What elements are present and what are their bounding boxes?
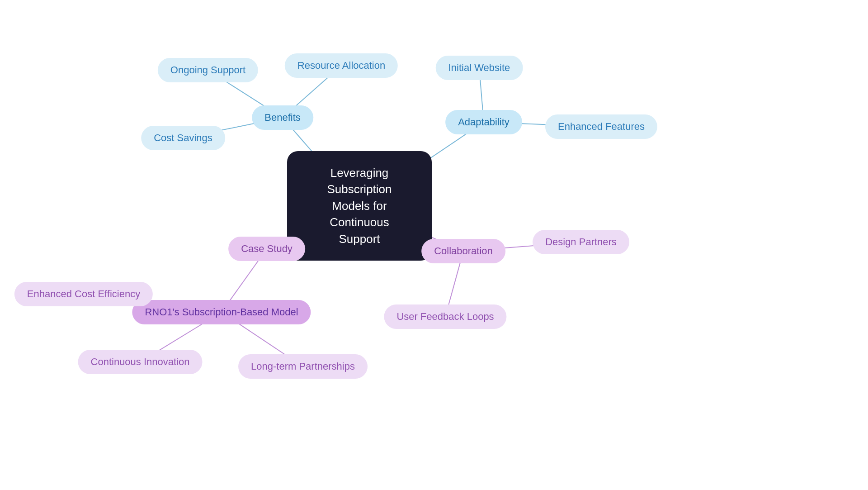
node-continuous-innovation[interactable]: Continuous Innovation	[78, 350, 203, 374]
node-case-study[interactable]: Case Study	[228, 237, 305, 261]
node-resource-allocation[interactable]: Resource Allocation	[285, 53, 398, 78]
node-enhanced-features[interactable]: Enhanced Features	[545, 114, 657, 139]
node-adaptability[interactable]: Adaptability	[445, 110, 522, 134]
node-cost-savings[interactable]: Cost Savings	[141, 126, 225, 150]
node-collaboration[interactable]: Collaboration	[421, 239, 505, 263]
node-benefits[interactable]: Benefits	[252, 105, 313, 130]
node-design-partners[interactable]: Design Partners	[533, 230, 629, 254]
node-ongoing-support[interactable]: Ongoing Support	[158, 58, 258, 82]
node-enhanced-cost-efficiency[interactable]: Enhanced Cost Efficiency	[14, 282, 153, 306]
node-initial-website[interactable]: Initial Website	[436, 56, 523, 80]
node-rno1[interactable]: RNO1's Subscription-Based Model	[132, 300, 311, 324]
node-long-term-partnerships[interactable]: Long-term Partnerships	[238, 354, 368, 379]
node-user-feedback-loops[interactable]: User Feedback Loops	[384, 304, 506, 329]
center-node[interactable]: Leveraging Subscription Models for Conti…	[287, 151, 432, 261]
